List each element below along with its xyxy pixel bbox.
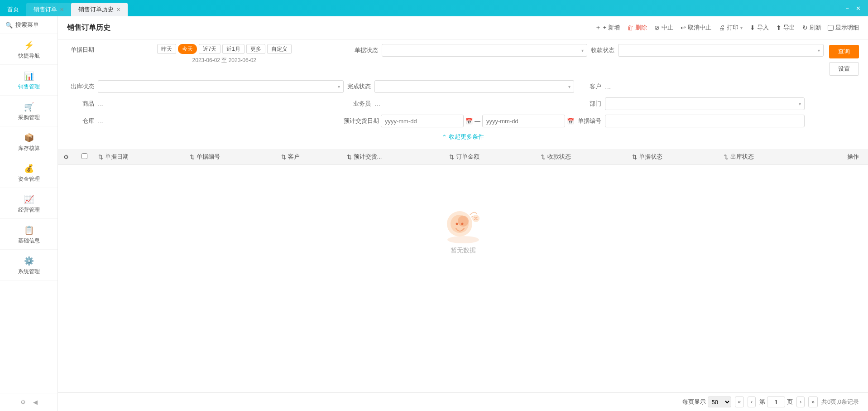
sidebar-item-quick-nav[interactable]: ⚡ 快捷导航 (0, 34, 58, 65)
new-label: + 新增 (603, 24, 620, 32)
sidebar-item-operations[interactable]: 📈 经营管理 (0, 188, 58, 219)
date-btn-group: 昨天 今天 近7天 近1月 更多 自定义 (157, 44, 292, 54)
sidebar-item-purchase-mgmt-label: 采购管理 (18, 114, 40, 121)
cancel-stop-btn[interactable]: ↩ 取消中止 (680, 22, 712, 34)
next-page-btn[interactable]: › (796, 396, 805, 407)
delivery-date-start-input[interactable] (381, 115, 464, 127)
th-receipt-status: ⇅收款状态 (535, 149, 627, 165)
th-doc-status-sort-icon[interactable]: ⇅ (632, 154, 637, 160)
base-info-icon: 📋 (24, 225, 34, 235)
sidebar-item-purchase-mgmt[interactable]: 🛒 采购管理 (0, 96, 58, 126)
empty-state: 暂无数据 (58, 165, 868, 291)
th-outbound-sort-icon[interactable]: ⇅ (724, 154, 729, 160)
sidebar-item-finance[interactable]: 💰 资金管理 (0, 157, 58, 188)
customer-label: 客户 (574, 82, 601, 91)
date-btn-more[interactable]: 更多 (246, 44, 265, 54)
last-page-btn[interactable]: » (808, 396, 818, 407)
sidebar-item-inventory[interactable]: 📦 库存核算 (0, 126, 58, 157)
query-button[interactable]: 查询 (829, 45, 859, 58)
customer-dots[interactable]: ... (605, 82, 611, 91)
chevron-up-icon: ⌃ (442, 134, 447, 140)
query-settings-area: 查询 设置 (824, 44, 859, 76)
per-page-select[interactable]: 50 20 100 (708, 396, 731, 407)
tab-home[interactable]: 首页 (0, 3, 26, 16)
top-bar: 首页 销售订单 ✕ 销售订单历史 ✕ － ✕ (0, 0, 868, 16)
filter-outbound-item: 出库状态 ▾ (67, 80, 344, 93)
delivery-date-dash: — (475, 118, 480, 125)
filter-salesperson-item: 业务员 ... (344, 97, 574, 110)
tab-sales-order-close[interactable]: ✕ (60, 7, 64, 13)
prev-page-btn[interactable]: ‹ (748, 396, 756, 407)
date-btn-yesterday[interactable]: 昨天 (157, 44, 176, 54)
refresh-btn[interactable]: ↻ 刷新 (801, 22, 822, 34)
sidebar-item-sys-mgmt[interactable]: ⚙️ 系统管理 (0, 250, 58, 280)
window-close-btn[interactable]: ✕ (856, 5, 861, 12)
first-page-btn[interactable]: « (735, 396, 744, 407)
display-toggle[interactable]: 显示明细 (828, 24, 859, 32)
sidebar-item-base-info-label: 基础信息 (18, 237, 40, 245)
delivery-date-label: 预计交货日期 (344, 117, 379, 125)
outbound-select-wrapper: ▾ (98, 80, 344, 93)
tab-sales-order-history-close[interactable]: ✕ (116, 7, 120, 13)
print-icon: 🖨 (719, 24, 725, 31)
completion-select[interactable] (374, 80, 574, 93)
th-amount-sort-icon[interactable]: ⇅ (449, 154, 454, 160)
filter-row-3: 商品 ... 业务员 ... 部门 ▾ (67, 97, 859, 110)
th-receipt-sort-icon[interactable]: ⇅ (541, 154, 546, 160)
collapse-conditions-btn[interactable]: ⌃ 收起更多条件 (442, 132, 484, 141)
product-dots[interactable]: ... (98, 100, 104, 108)
date-btn-custom[interactable]: 自定义 (267, 44, 292, 54)
settings-button[interactable]: 设置 (829, 62, 859, 76)
date-btn-1month[interactable]: 近1月 (222, 44, 245, 54)
delete-btn[interactable]: 🗑 删除 (626, 22, 648, 34)
sidebar-search[interactable]: 🔍 搜索菜单 (0, 16, 58, 34)
sidebar-collapse-icon[interactable]: ◀ (33, 399, 38, 406)
doc-number-input[interactable] (605, 115, 805, 127)
th-settings[interactable]: ⚙ (58, 149, 76, 165)
completion-label: 完成状态 (344, 82, 371, 91)
warehouse-dots[interactable]: ... (98, 117, 104, 125)
sidebar-settings-icon[interactable]: ⚙ (20, 399, 26, 406)
date-btn-7days[interactable]: 近7天 (199, 44, 221, 54)
th-date-sort-icon[interactable]: ⇅ (98, 154, 103, 160)
window-minimize-btn[interactable]: － (844, 4, 850, 12)
tab-sales-order[interactable]: 销售订单 ✕ (26, 3, 71, 16)
delivery-date-end-input[interactable] (482, 115, 565, 127)
sidebar-item-finance-label: 资金管理 (18, 175, 40, 183)
display-toggle-checkbox[interactable] (828, 25, 834, 31)
tabs-area: 首页 销售订单 ✕ 销售订单历史 ✕ (0, 0, 128, 16)
salesperson-dots[interactable]: ... (374, 100, 380, 108)
collapse-label: 收起更多条件 (449, 133, 484, 141)
export-btn[interactable]: ⬆ 导出 (775, 22, 796, 34)
stop-btn[interactable]: ⊘ 中止 (653, 22, 674, 34)
import-btn[interactable]: ⬇ 导入 (749, 22, 770, 34)
sidebar-item-sales-mgmt[interactable]: 📊 销售管理 (0, 65, 58, 96)
svg-point-3 (458, 216, 469, 227)
filter-doc-status-item: 单据状态 ▾ (351, 44, 587, 57)
outbound-select[interactable] (98, 80, 344, 93)
new-btn[interactable]: ＋ + 新增 (594, 22, 621, 34)
print-chevron-icon: ▾ (740, 25, 743, 30)
sidebar-item-base-info[interactable]: 📋 基础信息 (0, 219, 58, 250)
sidebar-item-operations-label: 经营管理 (18, 206, 40, 214)
quick-nav-icon: ⚡ (24, 40, 34, 50)
print-btn[interactable]: 🖨 打印 ▾ (718, 22, 743, 34)
display-toggle-label: 显示明细 (835, 24, 859, 32)
th-delivery-sort-icon[interactable]: ⇅ (347, 154, 352, 160)
doc-status-select[interactable] (382, 44, 587, 57)
filter-row-2: 出库状态 ▾ 完成状态 ▾ 客户 ... (67, 80, 859, 93)
filter-row-4: 仓库 ... 预计交货日期 📅 — 📅 单据编号 (67, 115, 859, 127)
empty-text: 暂无数据 (451, 247, 476, 255)
th-customer-sort-icon[interactable]: ⇅ (281, 154, 286, 160)
select-all-checkbox[interactable] (82, 153, 87, 159)
th-doc-no-sort-icon[interactable]: ⇅ (190, 154, 195, 160)
dept-select[interactable] (605, 97, 805, 110)
delivery-date-control: 📅 — 📅 (381, 115, 574, 127)
page-unit: 页 (787, 398, 793, 406)
receipt-status-select[interactable] (618, 44, 824, 57)
tab-sales-order-history[interactable]: 销售订单历史 ✕ (71, 3, 128, 16)
date-btn-today[interactable]: 今天 (178, 44, 197, 54)
page-input[interactable] (767, 396, 785, 407)
completion-select-wrapper: ▾ (374, 80, 574, 93)
th-checkbox[interactable] (76, 149, 93, 165)
